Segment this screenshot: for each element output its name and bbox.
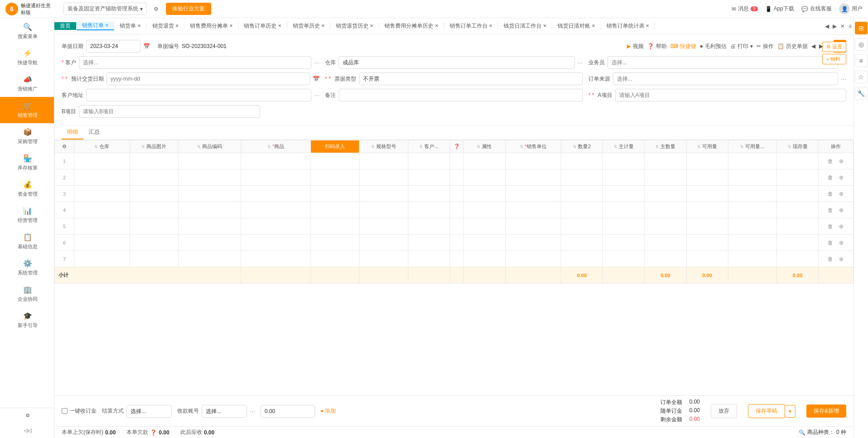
tab-expense-history[interactable]: 销售费用分摊单历史 × <box>379 22 444 30</box>
tab-prev-button[interactable]: ◀ <box>823 23 831 29</box>
row-copy-btn[interactable]: ⊕ <box>837 157 846 166</box>
right-icon-grid[interactable]: ⊞ <box>855 22 868 34</box>
col-available2-header[interactable]: ⇅ 可用量... <box>728 140 776 153</box>
col-sales-unit-header[interactable]: ⇅ *销售单位 <box>505 140 561 153</box>
tab-menu-button[interactable]: ≡ <box>847 23 853 29</box>
right-icon-list[interactable]: ≡ <box>855 54 868 67</box>
warehouse-input[interactable] <box>339 56 575 69</box>
row-delete-btn[interactable]: 🗑 <box>826 222 835 231</box>
tab-cash-reconcile[interactable]: 钱货日清对账 × <box>552 22 601 30</box>
row-delete-btn[interactable]: 🗑 <box>826 206 835 215</box>
col-main-qty-header[interactable]: ⇅ 主数量 <box>645 140 686 153</box>
settings-button[interactable]: ⚙ 设置 <box>822 42 846 52</box>
delivery-calendar-icon[interactable]: 📅 <box>313 76 320 82</box>
receipt-amount-input[interactable] <box>261 405 315 418</box>
sidebar-collapse-button[interactable]: ◁◁ <box>0 423 54 438</box>
date-input[interactable] <box>86 40 141 53</box>
nav-prev-button[interactable]: ◀ <box>811 43 815 49</box>
user-button[interactable]: 👤 用户 <box>839 4 863 14</box>
sidebar-settings-button[interactable]: ⚙ <box>0 408 54 423</box>
one-click-checkbox[interactable]: 一键收订金 <box>62 407 97 415</box>
sidebar-item-search[interactable]: 🔍 搜索菜单 <box>0 18 54 44</box>
col-warehouse-header[interactable]: ⇅ 仓库 <box>74 140 130 153</box>
system-selector[interactable]: 装备及固定资产辅助管理系统 ▾ <box>63 3 147 15</box>
sidebar-item-inventory[interactable]: 🏪 库存核算 <box>0 149 54 176</box>
row-delete-btn[interactable]: 🗑 <box>826 238 835 247</box>
tab-sales-order-history[interactable]: 销售订单历史 × <box>238 22 287 30</box>
tab-sales-return[interactable]: 销货单 × <box>114 22 146 30</box>
settings-gear-icon[interactable]: ⚙ <box>150 3 162 15</box>
help-button[interactable]: ❓ 帮助 <box>647 43 667 50</box>
save-new-button[interactable]: 保存&新增 <box>806 404 846 418</box>
col-product-header[interactable]: ⇅ *商品 <box>241 140 310 153</box>
save-draft-arrow-button[interactable]: ▾ <box>785 405 795 418</box>
solution-button[interactable]: 体验行业方案 <box>166 3 211 15</box>
customer-input[interactable] <box>79 56 311 69</box>
view-video-button[interactable]: ▶ 视频 <box>627 43 644 50</box>
add-material-button[interactable]: + 物料 <box>822 54 846 64</box>
col-product-code-header[interactable]: ⇅ 商品编码 <box>179 140 241 153</box>
invoice-type-select[interactable]: 不开票 增值税专用发票 增值税普通发票 <box>359 72 583 85</box>
sidebar-item-purchase[interactable]: 📦 采购管理 <box>0 123 54 149</box>
delivery-date-input[interactable] <box>107 72 310 85</box>
right-icon-star[interactable]: ☆ <box>855 71 868 83</box>
address-more-icon[interactable]: ··· <box>314 91 320 99</box>
row-delete-btn[interactable]: 🗑 <box>826 255 835 264</box>
row-copy-btn[interactable]: ⊕ <box>837 173 846 182</box>
row-delete-btn[interactable]: 🗑 <box>826 173 835 182</box>
history-button[interactable]: 📋 历史单据 <box>777 43 808 50</box>
calendar-icon[interactable]: 📅 <box>143 43 150 49</box>
sidebar-item-finance[interactable]: 💰 资金管理 <box>0 176 54 202</box>
receipt-select[interactable]: 选择... <box>202 405 247 418</box>
tab-order-workbench[interactable]: 销售订单工作台 × <box>444 22 498 30</box>
order-source-input[interactable] <box>613 72 838 85</box>
a-project-input[interactable] <box>615 89 846 101</box>
address-input[interactable] <box>86 89 311 101</box>
discard-button[interactable]: 放弃 <box>711 404 737 418</box>
row-copy-btn[interactable]: ⊕ <box>837 189 846 198</box>
message-button[interactable]: ✉ 消息 9 <box>732 5 758 13</box>
warehouse-more-icon[interactable]: ··· <box>577 59 583 66</box>
one-click-checkbox-input[interactable] <box>62 408 68 414</box>
settlement-select[interactable]: 选择... <box>126 405 172 418</box>
tab-detail[interactable]: 明细 <box>62 125 83 140</box>
col-spec-header[interactable]: ⇅ 规格型号 <box>359 140 408 153</box>
col-customer-code-header[interactable]: ⇅ 客户... <box>408 140 450 153</box>
col-stock-header[interactable]: ⇅ 现存量 <box>777 140 819 153</box>
row-copy-btn[interactable]: ⊕ <box>837 206 846 215</box>
tab-sales-expense-split[interactable]: 销售费用分摊单 × <box>184 22 238 30</box>
sidebar-item-newguide[interactable]: 🎓 新手引导 <box>0 307 54 333</box>
col-scan-header[interactable]: 扫码录入 <box>310 140 359 153</box>
col-settings-header[interactable]: ⚙ <box>55 140 74 153</box>
sidebar-item-basic[interactable]: 📋 基础信息 <box>0 228 54 255</box>
tab-next-button[interactable]: ▶ <box>831 23 839 29</box>
tab-sales-return-goods[interactable]: 销货退货 × <box>147 22 184 30</box>
app-download-button[interactable]: 📱 App下载 <box>765 5 794 13</box>
print-button[interactable]: 🖨 打印 ▾ <box>730 43 753 50</box>
b-project-input[interactable] <box>79 105 260 118</box>
customer-more-icon[interactable]: ··· <box>314 59 320 66</box>
row-copy-btn[interactable]: ⊕ <box>837 238 846 247</box>
col-qty2-header[interactable]: ⇅ 数量2 <box>561 140 603 153</box>
tab-sales-stats[interactable]: 销售订单统计表 × <box>601 22 655 30</box>
sidebar-item-sales[interactable]: 🛒 销售管理 <box>0 97 54 123</box>
col-main-unit-header[interactable]: ⇅ 主计量 <box>603 140 645 153</box>
right-icon-tool[interactable]: 🔧 <box>855 87 868 100</box>
profit-button[interactable]: ● 毛利预估 <box>700 43 727 50</box>
sidebar-item-marketing[interactable]: 📣 营销推广 <box>0 71 54 97</box>
row-delete-btn[interactable]: 🗑 <box>826 189 835 198</box>
sidebar-item-system[interactable]: ⚙️ 系统管理 <box>0 255 54 281</box>
search-product-icon[interactable]: 🔍 <box>799 429 805 436</box>
online-service-button[interactable]: 💬 在线客服 <box>801 5 832 13</box>
row-copy-btn[interactable]: ⊕ <box>837 255 846 264</box>
save-draft-button[interactable]: 保存草稿 <box>748 404 785 418</box>
row-copy-btn[interactable]: ⊕ <box>837 222 846 231</box>
sidebar-item-enterprise[interactable]: 🏢 企业协同 <box>0 281 54 307</box>
tab-return-goods-history[interactable]: 销货退货历史 × <box>330 22 379 30</box>
right-icon-circle[interactable]: ◎ <box>855 38 868 51</box>
row-delete-btn[interactable]: 🗑 <box>826 157 835 166</box>
tab-close-all-button[interactable]: ✕ <box>839 23 847 29</box>
add-button[interactable]: ● 添加 <box>320 407 336 415</box>
order-source-more-icon[interactable]: ··· <box>841 75 846 82</box>
tab-summary[interactable]: 汇总 <box>83 125 105 140</box>
